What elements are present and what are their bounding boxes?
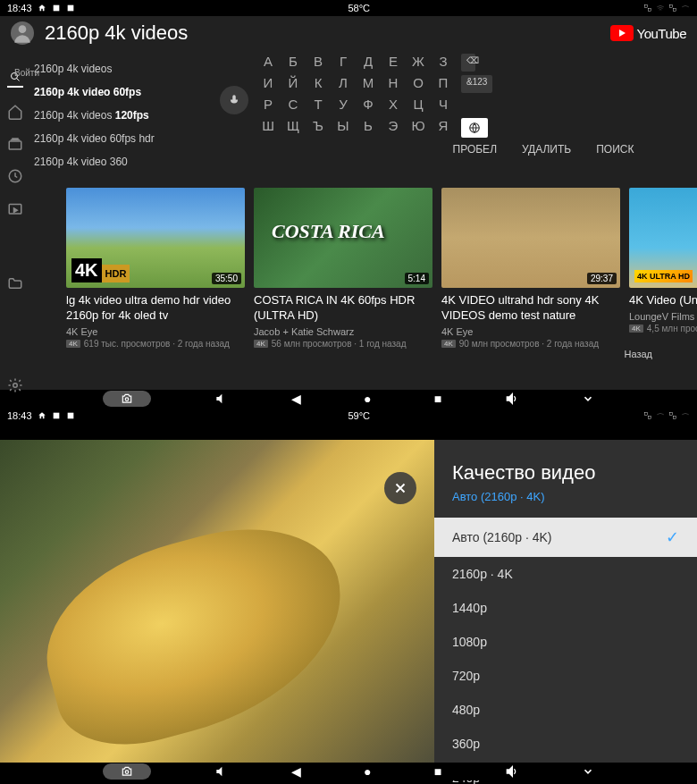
suggestion-item[interactable]: 2160p 4k video 60fps hdr	[23, 127, 220, 150]
kb-key[interactable]: П	[436, 75, 450, 93]
svg-rect-19	[673, 416, 676, 418]
back-icon[interactable]: ◀	[291, 392, 301, 406]
kb-key[interactable]: Ш	[261, 118, 275, 136]
kb-key[interactable]: Щ	[286, 118, 300, 136]
kb-key[interactable]: У	[336, 97, 350, 114]
folder-icon[interactable]	[7, 275, 23, 291]
svg-rect-3	[648, 8, 651, 11]
kb-key[interactable]: Я	[436, 118, 450, 136]
kb-key[interactable]: И	[261, 75, 275, 93]
kb-key[interactable]: Ъ	[311, 118, 325, 136]
sidebar	[7, 50, 23, 393]
suggestion-item[interactable]: 2160p 4k videos 120fps	[23, 104, 220, 127]
numbers-key[interactable]: &123	[461, 75, 492, 93]
video-card[interactable]: 4K ULTRA HD 4K Video (Unbelievab LoungeV…	[629, 188, 697, 349]
kb-key[interactable]: Ь	[361, 118, 375, 136]
mic-button[interactable]	[220, 86, 248, 114]
svg-rect-8	[9, 141, 21, 149]
kb-key[interactable]: Л	[336, 75, 350, 93]
video-card[interactable]: COSTA RICA 5:14 COSTA RICA IN 4K 60fps H…	[254, 188, 432, 349]
expand-icon[interactable]	[582, 765, 594, 778]
close-button[interactable]	[384, 472, 416, 504]
video-meta: 4K90 млн просмотров · 2 года назад	[441, 339, 620, 349]
svg-point-6	[19, 25, 27, 33]
home-icon	[38, 4, 46, 13]
video-thumbnail: 4KHDR 35:50	[66, 188, 245, 288]
kb-key[interactable]: Ю	[411, 118, 425, 136]
video-player[interactable]	[0, 440, 434, 778]
subscriptions-icon[interactable]	[7, 136, 23, 152]
space-key[interactable]: ПРОБЕЛ	[453, 143, 497, 156]
kb-key[interactable]: М	[361, 75, 375, 93]
kb-key[interactable]: Ф	[361, 97, 375, 114]
kb-key[interactable]: А	[261, 54, 275, 72]
quality-option[interactable]: 480p	[434, 693, 697, 727]
suggestion-item[interactable]: 2160p 4k video 360	[23, 150, 220, 173]
video-card[interactable]: 4KHDR 35:50 lg 4k video ultra demo hdr v…	[66, 188, 245, 349]
status-temp: 58°C	[348, 3, 370, 13]
suggestion-item[interactable]: 2160p 4k videos	[23, 57, 220, 80]
kb-key[interactable]: Д	[361, 54, 375, 72]
history-icon[interactable]	[7, 168, 23, 184]
recents-icon[interactable]: ■	[434, 392, 441, 406]
kb-key[interactable]: Р	[261, 97, 275, 114]
login-link[interactable]: Войти	[14, 68, 39, 78]
kb-key[interactable]: Н	[386, 75, 400, 93]
library-icon[interactable]	[7, 200, 23, 216]
home-nav-icon[interactable]: ●	[364, 392, 371, 406]
settings-icon[interactable]	[7, 377, 23, 393]
kb-key[interactable]: З	[436, 54, 450, 72]
youtube-header: 2160p 4k videos YouTube	[0, 16, 697, 50]
expand-icon[interactable]	[582, 392, 594, 405]
kb-key[interactable]: Е	[386, 54, 400, 72]
quality-option[interactable]: 1080p	[434, 625, 697, 659]
home-icon[interactable]	[7, 104, 23, 120]
quality-option[interactable]: Авто (2160p · 4K) ✓	[434, 518, 697, 557]
home-icon	[38, 411, 46, 420]
search-key[interactable]: ПОИСК	[596, 143, 634, 156]
video-thumbnail: 29:37	[441, 188, 620, 288]
volume-up-icon[interactable]	[504, 392, 518, 406]
video-thumbnail: COSTA RICA 5:14	[254, 188, 432, 288]
video-channel: 4K Eye	[66, 326, 245, 337]
youtube-logo[interactable]: YouTube	[610, 25, 686, 41]
back-icon[interactable]: ◀	[291, 764, 301, 779]
quality-option[interactable]: 2160p · 4K	[434, 557, 697, 591]
volume-down-icon[interactable]	[214, 764, 228, 779]
kb-key[interactable]: Ч	[436, 97, 450, 114]
kb-key[interactable]: В	[311, 54, 325, 72]
screenshot-button[interactable]	[103, 763, 151, 780]
svg-rect-18	[670, 413, 673, 416]
backspace-key[interactable]: ⌫	[461, 54, 475, 72]
back-label[interactable]: Назад	[624, 349, 652, 359]
kb-key[interactable]: Ц	[411, 97, 425, 114]
kb-key[interactable]: Б	[286, 54, 300, 72]
volume-up-icon[interactable]	[504, 764, 518, 779]
square-icon-2	[66, 411, 75, 420]
kb-key[interactable]: С	[286, 97, 300, 114]
kb-key[interactable]: Ж	[411, 54, 425, 72]
kb-key[interactable]: Х	[386, 97, 400, 114]
kb-key[interactable]: К	[311, 75, 325, 93]
kb-key[interactable]: Т	[311, 97, 325, 114]
quality-option[interactable]: 1440p	[434, 591, 697, 625]
volume-down-icon[interactable]	[214, 392, 228, 406]
kb-key[interactable]: Э	[386, 118, 400, 136]
suggestion-item[interactable]: 2160p 4k video 60fps	[23, 80, 220, 104]
youtube-app: 2160p 4k videos YouTube Войти 2160p 4k v…	[0, 16, 697, 390]
thumb-overlay-text: COSTA RICA	[272, 220, 385, 243]
sync-icon-2	[668, 4, 677, 13]
quality-option[interactable]: 360p	[434, 727, 697, 761]
kb-key[interactable]: Г	[336, 54, 350, 72]
globe-key[interactable]	[461, 118, 488, 138]
delete-key[interactable]: УДАЛИТЬ	[522, 143, 571, 156]
recents-icon[interactable]: ■	[434, 764, 441, 779]
kb-key[interactable]: Й	[286, 75, 300, 93]
quality-option[interactable]: 720p	[434, 659, 697, 693]
video-card[interactable]: 29:37 4K VIDEO ultrahd hdr sony 4K VIDEO…	[441, 188, 620, 349]
video-duration: 35:50	[212, 273, 241, 284]
avatar[interactable]	[11, 21, 34, 45]
kb-key[interactable]: Ы	[336, 118, 350, 136]
home-nav-icon[interactable]: ●	[364, 764, 371, 779]
kb-key[interactable]: О	[411, 75, 425, 93]
